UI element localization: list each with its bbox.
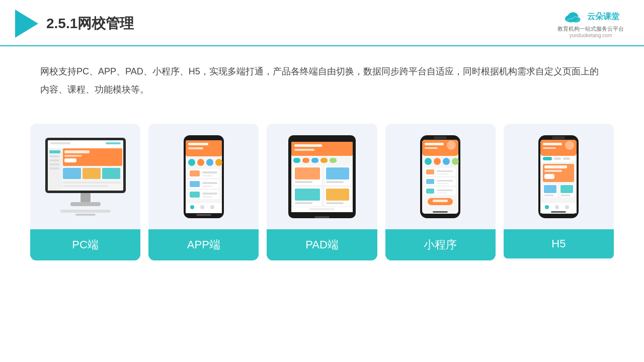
svg-rect-49 xyxy=(190,192,200,198)
svg-rect-34 xyxy=(188,143,208,145)
cloud-icon xyxy=(562,9,584,24)
svg-rect-131 xyxy=(560,195,571,196)
svg-rect-98 xyxy=(437,173,448,174)
svg-rect-120 xyxy=(554,157,561,160)
svg-rect-18 xyxy=(64,155,82,157)
svg-rect-27 xyxy=(60,210,111,213)
svg-rect-45 xyxy=(190,181,200,187)
svg-rect-28 xyxy=(75,214,96,216)
brand-url: yunduoketang.com xyxy=(570,33,612,38)
svg-rect-123 xyxy=(544,165,567,168)
svg-rect-21 xyxy=(83,168,101,179)
header-right: 云朵课堂 教育机构一站式服务云平台 yunduoketang.com xyxy=(557,9,624,38)
svg-rect-43 xyxy=(202,175,212,176)
svg-rect-104 xyxy=(426,189,434,194)
svg-rect-115 xyxy=(543,143,562,145)
tablet-svg xyxy=(284,133,360,221)
phone-h5-svg xyxy=(536,133,581,221)
svg-rect-47 xyxy=(202,186,212,187)
svg-rect-54 xyxy=(200,205,204,209)
svg-rect-105 xyxy=(437,190,453,191)
svg-rect-108 xyxy=(433,200,448,202)
svg-rect-68 xyxy=(330,158,337,163)
svg-rect-8 xyxy=(50,142,70,144)
header: 2.5.1网校管理 云朵课堂 教育机构一站式服务云平台 yunduoketang… xyxy=(0,0,644,46)
svg-rect-62 xyxy=(294,144,322,147)
svg-rect-119 xyxy=(543,157,552,160)
svg-rect-25 xyxy=(80,193,91,202)
svg-rect-23 xyxy=(63,182,121,184)
card-app-image xyxy=(148,124,259,229)
svg-rect-22 xyxy=(102,168,120,179)
svg-rect-71 xyxy=(295,181,312,183)
card-pad-image xyxy=(267,124,377,229)
svg-rect-39 xyxy=(215,159,222,166)
svg-rect-73 xyxy=(326,167,349,179)
svg-rect-109 xyxy=(433,211,448,213)
svg-rect-125 xyxy=(544,174,554,179)
card-miniprogram-image xyxy=(385,124,496,229)
svg-rect-101 xyxy=(437,180,453,182)
svg-rect-117 xyxy=(565,141,574,150)
svg-rect-102 xyxy=(437,183,448,184)
svg-rect-50 xyxy=(202,193,217,195)
svg-rect-53 xyxy=(190,205,194,209)
svg-rect-59 xyxy=(314,216,330,218)
svg-rect-63 xyxy=(294,149,314,151)
svg-rect-94 xyxy=(452,158,459,165)
card-h5-image xyxy=(504,124,614,229)
svg-rect-97 xyxy=(437,170,453,172)
svg-rect-41 xyxy=(190,170,200,176)
svg-rect-96 xyxy=(426,169,434,174)
svg-rect-93 xyxy=(443,158,450,165)
svg-rect-67 xyxy=(320,158,328,163)
monitor-svg xyxy=(40,135,131,218)
card-pc: PC端 xyxy=(30,124,140,260)
card-h5-label: H5 xyxy=(504,229,614,258)
svg-rect-35 xyxy=(188,147,203,149)
svg-rect-65 xyxy=(302,158,309,163)
svg-rect-76 xyxy=(295,189,320,201)
card-app: APP端 xyxy=(148,124,259,260)
svg-rect-64 xyxy=(293,158,300,163)
svg-point-3 xyxy=(566,15,573,21)
svg-rect-17 xyxy=(64,150,90,153)
svg-rect-66 xyxy=(311,158,318,163)
brand-subtitle: 教育机构一站式服务云平台 xyxy=(557,25,624,33)
svg-rect-82 xyxy=(309,208,335,210)
card-h5: H5 xyxy=(504,124,614,260)
svg-rect-124 xyxy=(544,170,562,172)
card-miniprogram: 小程序 xyxy=(385,124,496,260)
svg-rect-14 xyxy=(49,163,59,165)
card-pc-image xyxy=(30,124,140,229)
svg-rect-55 xyxy=(210,205,214,209)
phone-app-svg xyxy=(181,133,226,221)
svg-rect-24 xyxy=(63,185,108,187)
svg-rect-112 xyxy=(552,136,565,139)
svg-rect-36 xyxy=(188,159,195,166)
svg-rect-77 xyxy=(295,202,312,204)
card-pad: PAD端 xyxy=(267,124,377,260)
svg-rect-134 xyxy=(555,205,559,209)
svg-rect-12 xyxy=(49,155,59,157)
brand-name: 云朵课堂 xyxy=(587,12,619,22)
svg-rect-79 xyxy=(326,189,349,201)
svg-rect-89 xyxy=(425,147,438,149)
card-app-label: APP端 xyxy=(148,229,259,260)
svg-rect-85 xyxy=(434,136,447,139)
svg-rect-46 xyxy=(202,182,217,184)
svg-rect-127 xyxy=(544,185,556,193)
header-left: 2.5.1网校管理 xyxy=(15,10,134,38)
svg-rect-26 xyxy=(70,202,101,206)
svg-rect-100 xyxy=(426,179,434,184)
svg-rect-31 xyxy=(196,135,211,140)
svg-rect-74 xyxy=(326,181,344,183)
svg-rect-90 xyxy=(447,141,456,150)
svg-rect-121 xyxy=(563,157,570,160)
svg-rect-9 xyxy=(106,142,121,144)
description-text: 网校支持PC、APP、PAD、小程序、H5，实现多端打通，产品各终端自由切换，数… xyxy=(0,46,644,109)
phone-mini-svg xyxy=(418,133,463,221)
svg-rect-51 xyxy=(202,196,212,198)
svg-rect-128 xyxy=(544,195,554,196)
svg-rect-56 xyxy=(196,214,211,216)
